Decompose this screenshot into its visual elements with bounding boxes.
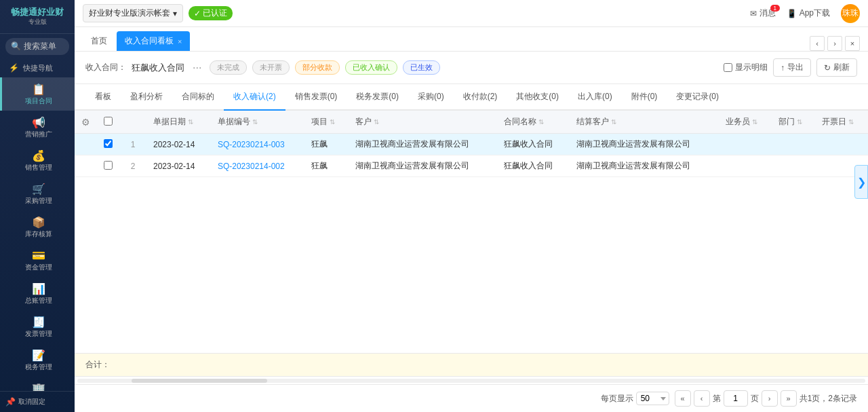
sort-date-icon[interactable]: ⇅ [188, 118, 193, 126]
table-row[interactable]: 2 2023-02-14 SQ-20230214-002 狂飙 湖南卫视商业运营… [75, 155, 868, 177]
show-detail-checkbox[interactable]: 显示明细 [724, 62, 768, 73]
td-check-1[interactable] [97, 134, 119, 155]
sort-dept-icon[interactable]: ⇅ [797, 118, 802, 126]
sidebar-item-inventory[interactable]: 📦 库存核算 [0, 210, 75, 244]
sidebar-item-tax[interactable]: 📝 税务管理 [0, 343, 75, 377]
td-date-1: 2023-02-14 [146, 134, 211, 155]
tab-close-all-button[interactable]: × [845, 36, 860, 51]
sidebar-item-project[interactable]: 📋 项目合同 [0, 77, 75, 111]
sidebar-item-invoice[interactable]: 🧾 发票管理 [0, 310, 75, 343]
settings-icon[interactable]: ⚙ [81, 117, 90, 128]
sort-salesman-icon[interactable]: ⇅ [752, 118, 757, 126]
row-check-2[interactable] [104, 161, 113, 170]
sort-bill-date-icon[interactable]: ⇅ [848, 118, 854, 126]
th-date[interactable]: 单据日期 ⇅ [146, 111, 211, 134]
sidebar-item-purchase[interactable]: 🛒 采购管理 [0, 177, 75, 210]
pagination: 每页显示 20 50 100 « ‹ 第 页 › » 共1页，2条记录 [75, 384, 868, 412]
search-icon: 🔍 [11, 41, 21, 51]
sort-project-icon[interactable]: ⇅ [330, 118, 335, 126]
th-date-label: 单据日期 [153, 116, 186, 128]
td-check-2[interactable] [97, 155, 119, 177]
last-page-button[interactable]: » [781, 390, 797, 407]
th-project[interactable]: 项目 ⇅ [304, 111, 348, 134]
sub-tab-purchase[interactable]: 采购(0) [408, 84, 454, 111]
status-tag-partial[interactable]: 部分收款 [295, 60, 340, 75]
bill-no-link-1[interactable]: SQ-20230214-003 [218, 140, 285, 149]
status-tag-no-invoice[interactable]: 未开票 [252, 60, 290, 75]
sub-tab-tax-invoice[interactable]: 税务发票(0) [347, 84, 408, 111]
td-date-2: 2023-02-14 [146, 155, 211, 177]
app-download-button[interactable]: 📱 App下载 [787, 7, 830, 19]
tax-icon: 📝 [32, 349, 45, 362]
message-badge: 1 [770, 5, 780, 12]
verified-badge: ✓ 已认证 [189, 6, 233, 20]
page-number-input[interactable] [724, 390, 748, 407]
th-settings[interactable]: ⚙ [75, 111, 97, 134]
th-bill-date[interactable]: 开票日 ⇅ [815, 111, 868, 134]
sub-tab-other[interactable]: 其他收支(0) [507, 84, 568, 111]
th-check-all[interactable] [97, 111, 119, 134]
sub-tab-payment[interactable]: 收付款(2) [454, 84, 507, 111]
sub-tab-board[interactable]: 看板 [85, 84, 121, 111]
tab-close-button[interactable]: × [178, 37, 182, 45]
message-button[interactable]: ✉ 消息 1 [750, 7, 776, 19]
show-detail-input[interactable] [724, 63, 732, 72]
contract-more-button[interactable]: ··· [190, 62, 204, 74]
status-tag-confirmed[interactable]: 已收入确认 [345, 60, 397, 75]
tab-contract-board[interactable]: 收入合同看板 × [117, 31, 190, 51]
horizontal-scrollbar[interactable] [75, 376, 868, 384]
home-label: 首页 [91, 36, 107, 45]
sub-tab-attachment[interactable]: 附件(0) [622, 84, 667, 111]
export-button[interactable]: ↑ 导出 [773, 58, 811, 77]
th-bill-no[interactable]: 单据编号 ⇅ [211, 111, 305, 134]
page-size-select[interactable]: 20 50 100 [636, 392, 669, 405]
tab-home[interactable]: 首页 [83, 31, 115, 51]
status-tag-incomplete[interactable]: 未完成 [210, 60, 247, 75]
sort-customer-icon[interactable]: ⇅ [374, 118, 379, 126]
th-salesman[interactable]: 业务员 ⇅ [719, 111, 772, 134]
refresh-button[interactable]: ↻ 刷新 [816, 58, 857, 77]
sub-tab-sales-invoice[interactable]: 销售发票(0) [285, 84, 347, 111]
sort-bill-no-icon[interactable]: ⇅ [252, 118, 258, 126]
sidebar-item-marketing[interactable]: 📢 营销推广 [0, 111, 75, 144]
td-customer-2: 湖南卫视商业运营发展有限公司 [349, 155, 497, 177]
th-dept[interactable]: 部门 ⇅ [772, 111, 815, 134]
bill-no-link-2[interactable]: SQ-20230214-002 [218, 162, 285, 171]
status-tag-effective[interactable]: 已生效 [403, 60, 440, 75]
user-avatar[interactable]: 珠珠 [841, 4, 860, 23]
sub-tab-changes[interactable]: 变更记录(0) [667, 84, 728, 111]
td-bill-no-1[interactable]: SQ-20230214-003 [211, 134, 305, 155]
sub-tab-warehouse[interactable]: 出入库(0) [568, 84, 622, 111]
company-selector[interactable]: 好业财专业版演示帐套 ▾ [83, 4, 183, 22]
sidebar-item-quick-nav[interactable]: ⚡ 快捷导航 [0, 59, 75, 77]
th-contract-label: 合同名称 [504, 116, 536, 128]
sub-tab-subject[interactable]: 合同标的 [172, 84, 224, 111]
table-row[interactable]: 1 2023-02-14 SQ-20230214-003 狂飙 湖南卫视商业运营… [75, 134, 868, 155]
per-page-label: 每页显示 [601, 393, 633, 405]
td-bill-no-2[interactable]: SQ-20230214-002 [211, 155, 305, 177]
sidebar-item-asset[interactable]: 🏢 固定资产 [0, 377, 75, 391]
th-contract[interactable]: 合同名称 ⇅ [497, 111, 570, 134]
sub-tab-revenue[interactable]: 收入确认(2) [224, 84, 285, 111]
row-check-1[interactable] [104, 139, 113, 148]
td-project-2: 狂飙 [304, 155, 348, 177]
check-all-input[interactable] [104, 117, 113, 126]
table-container: ⚙ 单据日期 ⇅ [75, 111, 868, 412]
th-customer[interactable]: 客户 ⇅ [349, 111, 497, 134]
first-page-button[interactable]: « [675, 390, 691, 407]
floating-expand-button[interactable]: ❯ [854, 165, 868, 199]
sort-contract-icon[interactable]: ⇅ [538, 118, 544, 126]
scrollbar-thumb[interactable] [132, 379, 267, 383]
sub-tab-profit[interactable]: 盈利分析 [121, 84, 172, 111]
next-page-button[interactable]: › [762, 390, 778, 407]
tab-prev-button[interactable]: ‹ [810, 36, 825, 51]
sidebar-unpin[interactable]: 📌 取消固定 [0, 391, 75, 412]
th-settle[interactable]: 结算客户 ⇅ [570, 111, 718, 134]
tab-next-button[interactable]: › [827, 36, 842, 51]
sidebar-item-capital[interactable]: 💳 资金管理 [0, 244, 75, 277]
prev-page-button[interactable]: ‹ [694, 390, 710, 407]
sort-settle-icon[interactable]: ⇅ [611, 118, 616, 126]
search-menu-button[interactable]: 🔍 搜索菜单 [5, 38, 69, 55]
sidebar-item-sales[interactable]: 💰 销售管理 [0, 144, 75, 177]
sidebar-item-general[interactable]: 📊 总账管理 [0, 277, 75, 310]
